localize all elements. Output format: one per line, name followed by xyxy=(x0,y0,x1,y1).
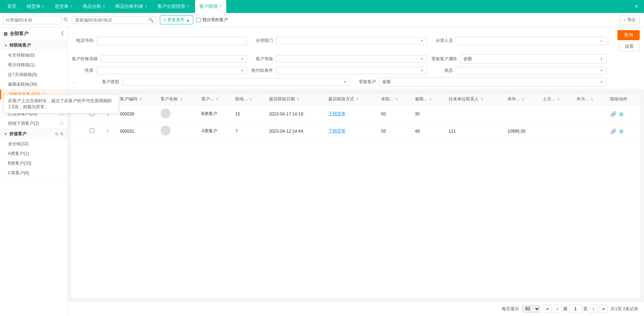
this-year-col-header[interactable]: 本年... ⇅ xyxy=(504,93,539,105)
retail-customer-select[interactable]: 全部 ▼ xyxy=(379,77,607,87)
nav-purchase-order[interactable]: 进货单 × xyxy=(50,0,77,13)
unit-contact-sort-icon[interactable]: ⇅ xyxy=(481,97,483,101)
action-link-icon[interactable]: 🔗 xyxy=(610,128,616,134)
name-col-header[interactable]: 客户名称 ⇅ xyxy=(157,93,198,105)
last-method-link[interactable]: 下销货单 xyxy=(328,111,346,116)
no-contact-col-header[interactable]: 未联... ⇅ xyxy=(377,93,411,105)
search-icon-main[interactable]: 🔍 xyxy=(148,18,154,23)
nav-product-analysis-list[interactable]: 商品分析列表 × xyxy=(111,0,152,13)
dept-select[interactable]: ▼ xyxy=(276,37,427,44)
row-checkbox[interactable] xyxy=(90,128,94,133)
pending-contact-group: ▼ 待联络客户 今天待联络(0) 明天待联络(1) 近7天待联络(0) 逾期未联… xyxy=(0,40,67,90)
customer-level-select[interactable]: ▼ xyxy=(276,55,427,63)
sidebar-search-icon[interactable]: 🔍 xyxy=(63,17,68,23)
phone-label: 电话号码 xyxy=(72,38,93,44)
last-method-col-header[interactable]: 最后联络方式 ⇅ xyxy=(325,93,377,105)
last-date-sort-icon[interactable]: ⇅ xyxy=(297,97,300,101)
nav-sales-order[interactable]: 销货单 × xyxy=(22,0,49,13)
page-input[interactable] xyxy=(569,305,582,313)
close-all-button[interactable]: × xyxy=(632,3,641,10)
sidebar-item-class-b[interactable]: B类客户(33) xyxy=(0,159,67,168)
action-grid-icon[interactable]: ⊞ xyxy=(619,128,624,134)
row-no-contact: 50 xyxy=(377,105,411,123)
type-sort-icon[interactable]: ⇅ xyxy=(216,97,218,101)
status-select[interactable]: ▼ xyxy=(456,67,607,74)
prev-page-button[interactable]: ‹ xyxy=(553,305,562,313)
sidebar-item-class-c[interactable]: C类客户(6) xyxy=(0,168,67,178)
overdue-col-header[interactable]: 逾期... ⇅ xyxy=(411,93,445,105)
export-button[interactable]: ↑ 导出 xyxy=(620,15,640,25)
nav-home[interactable]: 首页 xyxy=(3,0,21,13)
manager-select[interactable]: ··· xyxy=(456,37,607,45)
next-page-button[interactable]: › xyxy=(589,305,598,313)
collapse-sidebar-button[interactable]: 《 xyxy=(59,30,64,37)
first-page-button[interactable]: « xyxy=(543,305,552,313)
more-dots-icon[interactable]: ··· xyxy=(72,80,75,85)
settings-button[interactable]: 设置 xyxy=(619,42,640,51)
unit-contact-col-header[interactable]: 往来单位联系人 ⇅ xyxy=(445,93,504,105)
page-size-select[interactable]: 50 10 20 100 xyxy=(522,305,540,313)
sidebar-item-overdue[interactable]: 逾期未联络(30) xyxy=(0,80,67,89)
nature-select[interactable]: ▼ xyxy=(96,67,247,74)
close-purchase-order[interactable]: × xyxy=(70,4,73,9)
pending-contact-group-header[interactable]: ▼ 待联络客户 xyxy=(0,40,67,51)
last-method-link[interactable]: 下销货单 xyxy=(328,128,346,133)
last-page-button[interactable]: » xyxy=(599,305,608,313)
row-last-date: 2023-04-12 14:44: xyxy=(265,123,325,140)
edit-icon[interactable]: ✎ xyxy=(60,132,64,137)
this-year-sort-icon[interactable]: ⇅ xyxy=(522,97,524,101)
close-customer-segment[interactable]: × xyxy=(187,4,189,9)
sidebar-item-7days[interactable]: 近7天待联络(0) xyxy=(0,70,67,80)
this-month-sort-icon[interactable]: ⇅ xyxy=(590,97,593,101)
nature-label: 性质 xyxy=(72,67,93,74)
row-code: 000039 xyxy=(116,105,157,123)
last-month-col-header[interactable]: 上月... ⇅ xyxy=(539,93,573,105)
nav-product-analysis[interactable]: 商品分析 × xyxy=(78,0,110,13)
last-month-sort-icon[interactable]: ⇅ xyxy=(557,97,560,101)
row-this-year xyxy=(504,105,539,123)
close-product-analysis[interactable]: × xyxy=(103,4,105,9)
last-date-col-header[interactable]: 最后联络日期 ⇅ xyxy=(265,93,325,105)
contact-col-header[interactable]: 联络... ⇅ xyxy=(232,93,265,105)
refresh-icon[interactable]: ↻ xyxy=(55,132,59,137)
close-sales-order[interactable]: × xyxy=(42,4,45,9)
nav-customer-contact[interactable]: 客户联络 × xyxy=(195,0,226,13)
this-month-col-header[interactable]: 本月... ⇅ xyxy=(573,93,607,105)
nav-customer-segment[interactable]: 客户分层经营 × xyxy=(153,0,194,13)
sidebar-item-declining[interactable]: 持续下滑客户(2) ⓘ xyxy=(0,119,67,128)
code-sort-icon[interactable]: ⇅ xyxy=(139,97,142,101)
row-last-method: 下销货单 xyxy=(325,123,377,140)
contact-sort-icon[interactable]: ⇅ xyxy=(249,97,252,101)
avatar xyxy=(161,108,171,118)
row-this-month xyxy=(573,105,607,123)
sidebar-item-unclassified[interactable]: 未分组(32) xyxy=(0,139,67,149)
no-contact-sort-icon[interactable]: ⇅ xyxy=(395,97,398,101)
retail-attr-select[interactable]: 全部 ▼ xyxy=(460,54,607,64)
price-level-select[interactable]: ▼ xyxy=(101,55,247,63)
last-method-sort-icon[interactable]: ⇅ xyxy=(356,97,359,101)
status-arrow-icon: ▼ xyxy=(600,69,603,72)
export-icon: ↑ xyxy=(624,18,626,23)
sidebar-item-tomorrow[interactable]: 明天待联络(1) xyxy=(0,60,67,70)
phone-input[interactable] xyxy=(96,37,247,45)
close-product-analysis-list[interactable]: × xyxy=(145,4,147,9)
query-button[interactable]: 查询 xyxy=(617,30,640,40)
value-customer-group-header[interactable]: ▼ 价值客户 ↻ ✎ xyxy=(0,129,67,139)
my-customers-checkbox[interactable] xyxy=(196,18,201,22)
search-input[interactable] xyxy=(75,18,147,23)
sidebar-search-input[interactable] xyxy=(3,16,62,24)
overdue-sort-icon[interactable]: ⇅ xyxy=(429,97,432,101)
filter-department: 分管部门 ▼ xyxy=(251,37,427,44)
type-col-header[interactable]: 客户... ⇅ xyxy=(198,93,232,105)
close-customer-contact[interactable]: × xyxy=(219,4,222,9)
code-col-header[interactable]: 客户编码 ⇅ xyxy=(116,93,157,105)
customer-type-select[interactable]: ▼ xyxy=(122,78,350,86)
name-sort-icon[interactable]: ⇅ xyxy=(180,97,183,101)
sidebar-item-today[interactable]: 今天待联络(0) xyxy=(0,51,67,60)
sidebar-item-class-a[interactable]: A类客户(1) xyxy=(0,149,67,159)
action-grid-icon[interactable]: ⊞ xyxy=(619,111,624,117)
action-link-icon[interactable]: 🔗 xyxy=(610,111,616,117)
more-conditions-button[interactable]: ▽ 更多条件 ▲ xyxy=(160,15,193,24)
row-no-contact: 55 xyxy=(377,123,411,140)
payment-select[interactable]: ▼ xyxy=(276,67,427,74)
